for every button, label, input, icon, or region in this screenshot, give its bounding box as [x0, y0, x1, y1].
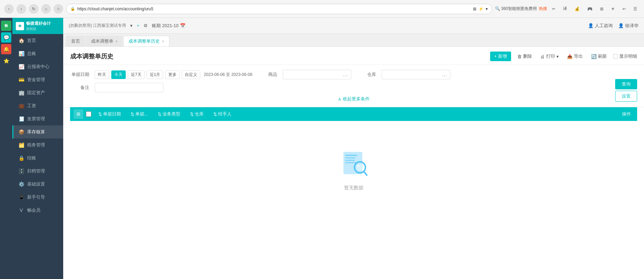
menu-tool[interactable]: ☰: [631, 6, 640, 12]
warehouse-filter-input[interactable]: …: [382, 70, 450, 79]
table-settings-button[interactable]: ⚙: [74, 109, 83, 119]
settings-gear-btn[interactable]: ⚙: [144, 23, 148, 28]
scissors-tool[interactable]: ✂: [549, 6, 558, 12]
service-button[interactable]: 👤 人工咨询: [588, 23, 613, 29]
sidebar-item-guide-label: 新手引导: [27, 194, 45, 200]
collapse-arrow-icon: ∧: [338, 97, 341, 102]
sidebar-item-settings-label: 基础设置: [27, 181, 45, 187]
print-button[interactable]: 🖨 打印 ▾: [538, 52, 561, 61]
goods-more-icon[interactable]: …: [343, 71, 348, 78]
settings-icon: ⚙️: [18, 181, 24, 187]
tab-cost-adjust-history-close[interactable]: ×: [162, 39, 164, 43]
sidebar-edition: 旗舰版: [26, 26, 51, 31]
add-company-btn[interactable]: +: [137, 23, 139, 28]
calendar-icon[interactable]: 📅: [180, 23, 185, 28]
col-header-biztype[interactable]: ⇅ 业务类型: [155, 111, 183, 117]
collapse-button[interactable]: ∧ 收起更多条件: [70, 96, 637, 102]
svg-line-7: [364, 171, 367, 175]
sidebar-item-reports[interactable]: 📈 云报表中心: [12, 60, 63, 73]
back-button[interactable]: ‹: [4, 4, 14, 14]
game-tool[interactable]: 🎮: [585, 6, 595, 12]
display-toggle[interactable]: 显示明细: [613, 53, 637, 59]
star-icon[interactable]: ⭐: [1, 56, 11, 66]
sidebar-item-tax[interactable]: 🗂️ 税务管理: [12, 138, 63, 152]
display-label: 显示明细: [619, 53, 637, 59]
sidebar-app-name: 畅捷通好会计: [26, 21, 51, 26]
page-content: 成本调整单历史 + 新增 🗑 删除 🖨 打印 ▾ 📤 导出: [63, 47, 644, 279]
date-filter-group: 昨天 今天 近7天 近1月 更多 自定义 2023-06-06 至 2023-0…: [95, 70, 252, 79]
svg-rect-2: [345, 157, 355, 158]
sidebar-item-funds[interactable]: 💳 资金管理: [12, 73, 63, 86]
add-button[interactable]: + 新增: [490, 52, 511, 61]
sidebar-item-archive[interactable]: 🗄️ 归档管理: [12, 165, 63, 178]
notification-icon[interactable]: 🔔: [1, 44, 11, 54]
sidebar-item-reports-label: 云报表中心: [27, 64, 49, 70]
col-header-warehouse[interactable]: ⇅ 仓库: [187, 111, 206, 117]
goods-filter-input[interactable]: …: [283, 70, 351, 79]
closing-icon: 🔒: [18, 155, 24, 161]
translate-tool[interactable]: 译: [560, 5, 570, 12]
wallet-tool[interactable]: 💰: [572, 6, 583, 12]
col-header-docnum[interactable]: ⇅ 单据...: [128, 111, 151, 117]
company-dropdown-icon[interactable]: ▾: [130, 23, 133, 28]
browser-dropdown-icon[interactable]: ▾: [486, 7, 488, 11]
tab-home[interactable]: 首页: [66, 36, 85, 46]
user-avatar-icon: 👤: [618, 23, 624, 28]
user-button[interactable]: 👤 徐泽华: [618, 23, 639, 29]
date-btn-more[interactable]: 更多: [165, 70, 180, 79]
select-all-checkbox[interactable]: [86, 111, 91, 117]
col-date-sort-icon: ⇅: [98, 112, 102, 117]
sidebar-item-vip[interactable]: V 畅会员: [12, 204, 63, 217]
brightness-tool[interactable]: ☀: [608, 6, 618, 12]
date-btn-7days[interactable]: 近7天: [128, 70, 145, 79]
tab-cost-adjust-close[interactable]: ×: [115, 39, 117, 43]
refresh-button[interactable]: 🔄 刷新: [589, 52, 609, 61]
tab-cost-adjust-history[interactable]: 成本调整单历史 ×: [123, 36, 169, 46]
date-btn-custom[interactable]: 自定义: [182, 70, 200, 79]
url-bar[interactable]: 🔒 https://cloud.chanjet.com/accounting/u…: [66, 4, 492, 14]
col-warehouse-sort-icon: ⇅: [190, 112, 194, 117]
date-btn-yesterday[interactable]: 昨天: [95, 70, 109, 79]
table-area: ⚙ ⇅ 单据日期 ⇅ 单据... ⇅ 业务类型: [63, 107, 644, 219]
sidebar-item-guide[interactable]: 📱 新手引导: [12, 191, 63, 204]
settings-button[interactable]: 设置: [615, 91, 637, 102]
warehouse-more-icon[interactable]: …: [442, 71, 447, 78]
main-content: (勿删勿禁用) 江西服宝测试专用 ▾ + ⚙ 账期 2021-10 📅 👤 人工…: [63, 18, 644, 279]
svg-rect-1: [345, 155, 357, 156]
sidebar-item-settings[interactable]: ⚙️ 基础设置: [12, 178, 63, 191]
table-toolbar: ⚙ ⇅ 单据日期 ⇅ 单据... ⇅ 业务类型: [70, 107, 637, 121]
col-header-date[interactable]: ⇅ 单据日期: [95, 111, 124, 117]
sidebar-item-wages[interactable]: 💼 工资: [12, 99, 63, 112]
grid-tool[interactable]: ⊞: [597, 6, 606, 12]
bookmark-button[interactable]: ☆: [54, 4, 63, 14]
export-button[interactable]: 📤 导出: [565, 52, 585, 61]
delete-button[interactable]: 🗑 删除: [515, 52, 534, 61]
col-docnum-sort-icon: ⇅: [131, 112, 134, 117]
social-icon[interactable]: 💬: [1, 32, 11, 43]
sidebar-menu: 🏠 首页 📊 总账 📈 云报表中心 💳 资金管理 🏢 固定资产 💼 工资: [12, 34, 63, 279]
sidebar-item-closing[interactable]: 🔒 结账: [12, 152, 63, 165]
forward-button[interactable]: ›: [16, 4, 26, 14]
sidebar-item-assets[interactable]: 🏢 固定资产: [12, 86, 63, 99]
sidebar-header[interactable]: 畅 畅捷通好会计 旗舰版: [12, 18, 63, 34]
sidebar-item-home-label: 首页: [27, 37, 36, 44]
lock-icon: 🔒: [70, 7, 75, 11]
date-btn-1month[interactable]: 近1月: [147, 70, 163, 79]
sidebar-item-invoices[interactable]: 🧾 发票管理: [12, 112, 63, 125]
note-filter-label: 备注: [70, 85, 89, 91]
undo-tool[interactable]: ↩: [620, 6, 629, 12]
query-button[interactable]: 查询: [615, 79, 637, 89]
col-header-handler[interactable]: ⇅ 经手人: [211, 111, 234, 117]
sidebar-item-ledger[interactable]: 📊 总账: [12, 47, 63, 60]
reload-button[interactable]: ↻: [29, 4, 38, 14]
date-btn-today[interactable]: 今天: [111, 70, 126, 79]
note-filter-input[interactable]: [95, 83, 163, 92]
sidebar-item-home[interactable]: 🏠 首页: [12, 34, 63, 47]
sidebar-item-inventory[interactable]: 📦 库存核算: [12, 125, 63, 138]
wages-icon: 💼: [18, 103, 24, 109]
assets-icon: 🏢: [18, 90, 24, 96]
print-dropdown-icon[interactable]: ▾: [556, 54, 559, 59]
home-button[interactable]: ⌂: [41, 4, 51, 14]
display-checkbox[interactable]: [613, 54, 618, 59]
tab-cost-adjust[interactable]: 成本调整单 ×: [86, 36, 123, 46]
